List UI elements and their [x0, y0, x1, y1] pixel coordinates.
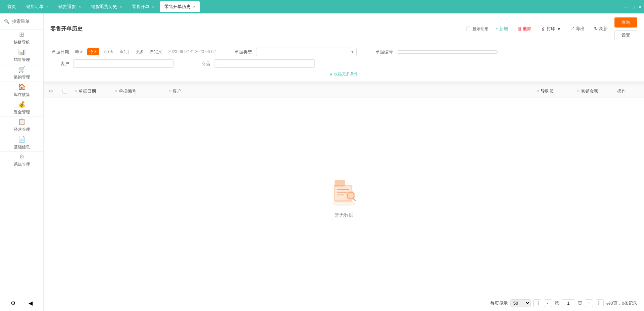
tab-home[interactable]: 首页 [3, 1, 21, 12]
export-button[interactable]: ↗ 导出 [568, 24, 588, 33]
top-bar: 首页 销售订单 × 销货退货 × 销货退货历史 × 零售开单 × 零售开单历史 … [0, 0, 644, 13]
display-detail-checkbox[interactable] [466, 27, 471, 31]
col-date-sort-icon[interactable]: ⇅ [75, 89, 77, 93]
settings-button[interactable]: 设置 [614, 30, 637, 40]
empty-state: 暂无数据 [44, 98, 644, 295]
date-btn-custom[interactable]: 自定义 [148, 48, 164, 55]
collapse-arrow-icon: ∧ [330, 72, 333, 76]
minimize-btn[interactable]: — [624, 4, 628, 9]
sidebar-search[interactable]: 🔍 搜索采单 [0, 13, 43, 30]
pagination-bar: 每页显示 50 10 20 100 《 ‹ 第 页 › 》 共0页，0条记录 [44, 295, 644, 311]
sidebar-item-inventory[interactable]: 🏠 库存核算 [0, 82, 43, 99]
select-all-checkbox[interactable] [62, 89, 67, 94]
col-order-no-sort-icon[interactable]: ⇅ [115, 89, 117, 93]
close-tab-retail-open-history[interactable]: × [193, 5, 195, 9]
column-settings-icon[interactable]: ⚙ [49, 89, 53, 94]
close-tab-sales-return[interactable]: × [79, 5, 81, 9]
sidebar-item-label: 库存核算 [14, 92, 30, 98]
date-btn-yesterday[interactable]: 昨天 [73, 48, 85, 55]
date-btn-7days[interactable]: 近7天 [101, 48, 116, 55]
date-range-display: 2023-06-02 至 2023-06-02 [168, 49, 215, 55]
empty-text: 暂无数据 [335, 212, 353, 218]
sidebar-item-purchase-mgmt[interactable]: 🛒 采购管理 [0, 64, 43, 82]
col-customer: ⇅ 客户 [166, 88, 534, 94]
page-label: 第 [555, 300, 559, 306]
sidebar-item-label: 系统管理 [14, 162, 30, 167]
sidebar-item-sys-mgmt[interactable]: ⚙ 系统管理 [0, 152, 43, 169]
col-ops-label: 操作 [617, 88, 626, 94]
maximize-btn[interactable]: □ [632, 4, 635, 9]
basic-info-icon: 📄 [18, 136, 26, 143]
svg-rect-9 [335, 180, 345, 187]
date-btn-more[interactable]: 更多 [134, 48, 146, 55]
col-ops: 操作 [614, 88, 641, 94]
per-page-select[interactable]: 50 10 20 100 [510, 299, 531, 307]
tab-retail-open-history[interactable]: 零售开单历史 × [160, 1, 200, 12]
sidebar-item-label: 资金管理 [14, 109, 30, 115]
bill-type-label: 单据类型 [233, 49, 252, 55]
tab-bar: 首页 销售订单 × 销货退货 × 销货退货历史 × 零售开单 × 零售开单历史 … [3, 1, 624, 12]
date-filter-label: 单据日期 [50, 49, 69, 55]
customer-label: 客户 [50, 61, 69, 67]
col-guide-sort-icon[interactable]: ⇅ [537, 89, 539, 93]
refresh-button[interactable]: ↻ 刷新 [591, 24, 610, 33]
sidebar-bottom: ⚙ ◀ [0, 295, 43, 311]
sidebar-item-quick-nav[interactable]: ⊞ 快捷导航 [0, 30, 43, 47]
finance-icon: 💰 [18, 101, 26, 108]
date-filters: 昨天 今天 近7天 近1月 更多 自定义 2023-06-02 至 2023-0… [73, 48, 216, 55]
page-number-input[interactable] [562, 299, 575, 307]
first-page-btn[interactable]: 《 [533, 299, 541, 307]
close-tab-sales-order[interactable]: × [46, 5, 48, 9]
sidebar-item-label: 基础信息 [14, 144, 30, 150]
prev-page-btn[interactable]: ‹ [544, 299, 552, 307]
sidebar-item-ops-mgmt[interactable]: 📋 经营管理 [0, 117, 43, 134]
date-btn-1month[interactable]: 近1月 [118, 48, 132, 55]
search-icon: 🔍 [4, 19, 9, 24]
window-close-btn[interactable]: × [639, 4, 641, 9]
toolbar-buttons: 显示明细 + 新增 🗑 删除 🖨 打印 ▼ ↗ 导出 ↻ 刷新 查询 设置 [466, 17, 637, 40]
content-area: 零售开单历史 显示明细 + 新增 🗑 删除 🖨 打印 ▼ ↗ 导出 ↻ 刷新 [44, 13, 644, 311]
print-button[interactable]: 🖨 打印 ▼ [538, 24, 564, 33]
goods-label: 商品 [191, 61, 210, 67]
sidebar-item-label: 快捷导航 [14, 40, 30, 45]
col-guide: ⇅ 导购员 [534, 88, 574, 94]
top-bar-right: — □ × [624, 4, 641, 9]
settings-icon[interactable]: ⚙ [11, 300, 15, 306]
col-customer-sort-icon[interactable]: ⇅ [168, 89, 171, 93]
empty-state-icon [327, 175, 361, 208]
date-btn-today[interactable]: 今天 [87, 48, 99, 55]
close-tab-sales-return-history[interactable]: × [120, 5, 122, 9]
delete-button[interactable]: 🗑 删除 [515, 24, 535, 33]
tab-sales-return-history[interactable]: 销货退货历史 × [86, 1, 127, 12]
sidebar-item-finance[interactable]: 💰 资金管理 [0, 99, 43, 117]
goods-input[interactable]: ... [214, 59, 315, 68]
last-page-btn[interactable]: 》 [596, 299, 604, 307]
print-dropdown-icon[interactable]: ▼ [557, 27, 561, 32]
inventory-icon: 🏠 [18, 83, 26, 91]
close-tab-retail-open[interactable]: × [152, 5, 154, 9]
add-button[interactable]: + 新增 [493, 24, 510, 33]
sidebar-item-sales-mgmt[interactable]: 📊 销售管理 [0, 47, 43, 64]
total-records: 共0页，0条记录 [606, 300, 637, 306]
next-page-btn[interactable]: › [585, 299, 593, 307]
tab-sales-return[interactable]: 销货退货 × [54, 1, 85, 12]
sidebar-item-label: 销售管理 [14, 57, 30, 63]
col-settings[interactable]: ⚙ [46, 89, 60, 94]
tab-retail-open[interactable]: 零售开单 × [127, 1, 159, 12]
bill-no-input[interactable] [397, 50, 498, 54]
col-amount: ⇅ 实销金额 [574, 88, 614, 94]
page-title: 零售开单历史 [50, 25, 83, 33]
bill-type-select[interactable]: ▾ [256, 48, 357, 56]
collapse-sidebar-icon[interactable]: ◀ [29, 300, 33, 306]
page-title-row: 零售开单历史 显示明细 + 新增 🗑 删除 🖨 打印 ▼ ↗ 导出 ↻ 刷新 [50, 17, 637, 40]
col-amount-sort-icon[interactable]: ⇅ [577, 89, 580, 93]
sidebar-item-basic-info[interactable]: 📄 基础信息 [0, 134, 43, 152]
ops-mgmt-icon: 📋 [18, 118, 26, 125]
query-button[interactable]: 查询 [614, 17, 637, 28]
customer-input[interactable]: ... [73, 59, 174, 68]
col-amount-label: 实销金额 [581, 88, 598, 94]
main-layout: 🔍 搜索采单 ⊞ 快捷导航 📊 销售管理 🛒 采购管理 🏠 库存核算 💰 资金管… [0, 13, 644, 311]
collapse-filters-btn[interactable]: ∧ 收起更多条件 [50, 71, 637, 77]
filter-row-customer: 客户 ... 商品 ... [50, 59, 637, 68]
tab-sales-order[interactable]: 销售订单 × [21, 1, 53, 12]
